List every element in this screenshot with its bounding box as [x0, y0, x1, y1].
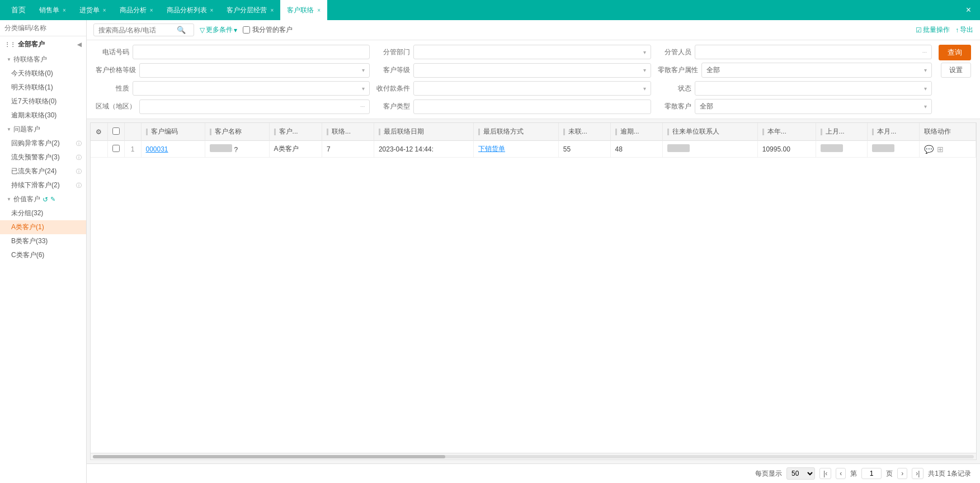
resize-handle-7[interactable]	[563, 129, 565, 135]
col-last-method[interactable]: 最后联络方式	[474, 123, 559, 141]
more-action-icon[interactable]: ⊞	[937, 145, 944, 154]
last-page-btn[interactable]: ›|	[912, 468, 924, 479]
edit-value-icon[interactable]: ✎	[50, 196, 55, 203]
sidebar-group-pending[interactable]: ▼ 待联络客户	[0, 53, 86, 67]
col-last-month[interactable]: 上月...	[816, 123, 868, 141]
nav-tab-analysis-list[interactable]: 商品分析列表 ×	[160, 0, 220, 20]
collapse-icon[interactable]: ◀	[77, 41, 82, 48]
nav-tab-purchase[interactable]: 进货单 ×	[73, 0, 113, 20]
resize-handle-10[interactable]	[762, 129, 764, 135]
sidebar-item-overdue[interactable]: 逾期未联络(30)	[0, 108, 86, 122]
resize-handle-11[interactable]	[821, 129, 822, 135]
search-input[interactable]	[98, 26, 177, 34]
sidebar-item-class-c[interactable]: C类客户(6)	[0, 248, 86, 262]
sidebar-item-7days[interactable]: 近7天待联络(0)	[0, 94, 86, 108]
next-page-btn[interactable]: ›	[897, 468, 907, 479]
nav-tab-sales[interactable]: 销售单 ×	[32, 0, 73, 20]
resize-handle-3[interactable]	[274, 129, 276, 135]
sidebar-all-customers[interactable]: ⋮⋮ 全部客户 ◀	[0, 36, 86, 53]
filter-status-select[interactable]: ▾	[695, 81, 932, 96]
resize-handle-4[interactable]	[327, 129, 328, 135]
col-this-month[interactable]: 本月...	[868, 123, 920, 141]
prev-page-btn[interactable]: ‹	[836, 468, 846, 479]
gear-icon[interactable]: ⚙	[96, 128, 102, 136]
sidebar-group-value[interactable]: ▼ 价值客户 ↺ ✎	[0, 192, 86, 206]
col-level[interactable]: 客户...	[269, 123, 322, 141]
col-company-contact[interactable]: 往来单位联系人	[662, 123, 757, 141]
more-filters-button[interactable]: ▽ 更多条件 ▾	[200, 25, 237, 35]
page-size-select[interactable]: 50 100 200	[786, 467, 815, 480]
sidebar-item-churned[interactable]: 已流失客户(24) ⓘ	[0, 164, 86, 178]
nav-tab-customer-segment[interactable]: 客户分层经营 ×	[220, 0, 280, 20]
col-not-contact[interactable]: 未联...	[558, 123, 610, 141]
filter-manager-input[interactable]: ···	[695, 45, 932, 59]
resize-handle-5[interactable]	[379, 129, 380, 135]
nav-tab-analysis-list-close[interactable]: ×	[210, 7, 214, 13]
sidebar-item-repurchase[interactable]: 回购异常客户(2) ⓘ	[0, 136, 86, 150]
filter-nature-select[interactable]: ▾	[133, 81, 370, 96]
select-all-checkbox[interactable]	[112, 127, 120, 135]
nav-tab-analysis-close[interactable]: ×	[150, 7, 153, 13]
row-last-method[interactable]: 下销货单	[474, 141, 559, 158]
refresh-value-icon[interactable]: ↺	[43, 196, 48, 203]
sidebar-group-problem[interactable]: ▼ 问题客户	[0, 122, 86, 136]
sidebar-item-today[interactable]: 今天待联络(0)	[0, 67, 86, 80]
sidebar-item-declining[interactable]: 持续下滑客户(2) ⓘ	[0, 178, 86, 192]
nav-tab-analysis[interactable]: 商品分析 ×	[113, 0, 160, 20]
resize-handle[interactable]	[146, 129, 148, 135]
row-checkbox-cell[interactable]	[107, 141, 124, 158]
batch-op-button[interactable]: ☑ 批量操作	[916, 25, 950, 35]
window-close-button[interactable]: ×	[962, 5, 976, 15]
search-icon[interactable]: 🔍	[177, 26, 186, 34]
page-number-input[interactable]	[861, 468, 882, 479]
nav-tab-purchase-close[interactable]: ×	[103, 7, 106, 13]
resize-handle-6[interactable]	[478, 129, 480, 135]
export-button[interactable]: ↑ 导出	[955, 25, 973, 35]
sidebar-search-input[interactable]	[4, 24, 87, 32]
sidebar-item-ungrouped[interactable]: 未分组(32)	[0, 206, 86, 220]
nav-tab-customer-segment-close[interactable]: ×	[270, 7, 274, 13]
col-this-year[interactable]: 本年...	[757, 123, 816, 141]
nav-tab-sales-close[interactable]: ×	[63, 7, 66, 13]
filter-customer-type-input[interactable]	[413, 100, 651, 114]
resize-handle-12[interactable]	[872, 129, 874, 135]
sidebar-item-tomorrow[interactable]: 明天待联络(1)	[0, 80, 86, 94]
resize-handle-8[interactable]	[615, 129, 617, 135]
contact-icon[interactable]: 💬	[924, 145, 934, 154]
col-last-date[interactable]: 最后联络日期	[374, 123, 473, 141]
col-name[interactable]: 客户名称	[205, 123, 270, 141]
resize-handle-2[interactable]	[210, 129, 211, 135]
filter-payment-select[interactable]: ▾	[413, 81, 651, 96]
nav-tab-customer-contact-close[interactable]: ×	[317, 7, 321, 13]
col-checkbox[interactable]	[107, 123, 124, 141]
scrollbar-thumb[interactable]	[93, 455, 445, 458]
filter-dept-select[interactable]: ▾	[413, 45, 651, 59]
resize-handle-9[interactable]	[667, 129, 669, 135]
sidebar-item-churn-warning[interactable]: 流失预警客户(3) ⓘ	[0, 150, 86, 164]
filter-phone-input[interactable]	[133, 45, 370, 59]
row-last-method-value[interactable]: 下销货单	[478, 145, 505, 153]
nav-tab-customer-contact[interactable]: 客户联络 ×	[280, 0, 327, 20]
sidebar-item-class-a[interactable]: A类客户(1)	[0, 220, 86, 234]
my-customers-checkbox[interactable]	[243, 26, 250, 34]
horizontal-scrollbar[interactable]	[91, 453, 976, 460]
row-code-value[interactable]: 000031	[146, 145, 168, 153]
filter-retail-select[interactable]: 全部 ▾	[695, 99, 932, 114]
filter-region-select[interactable]: ···	[139, 100, 370, 114]
filter-bar: 🔍 ▽ 更多条件 ▾ 我分管的客户 ☑ 批量操作 ↑ 导出	[87, 20, 980, 40]
sidebar-item-class-b[interactable]: B类客户(33)	[0, 234, 86, 248]
filter-price-level-select[interactable]: ▾	[139, 63, 370, 78]
query-button[interactable]: 查询	[939, 45, 971, 60]
row-code[interactable]: 000031	[141, 141, 205, 158]
row-checkbox[interactable]	[112, 145, 120, 152]
col-settings[interactable]: ⚙	[91, 123, 107, 141]
row-last-date-value: 2023-04-12 14:44:	[379, 145, 434, 153]
setting-button[interactable]: 设置	[941, 63, 971, 78]
filter-customer-level-select[interactable]: ▾	[413, 63, 651, 78]
filter-scattered-attr-select[interactable]: 全部 ▾	[701, 63, 932, 78]
col-contact[interactable]: 联络...	[322, 123, 374, 141]
col-overdue[interactable]: 逾期...	[610, 123, 662, 141]
first-page-btn[interactable]: |‹	[819, 468, 831, 479]
nav-home[interactable]: 首页	[4, 0, 32, 20]
col-code[interactable]: 客户编码	[141, 123, 205, 141]
